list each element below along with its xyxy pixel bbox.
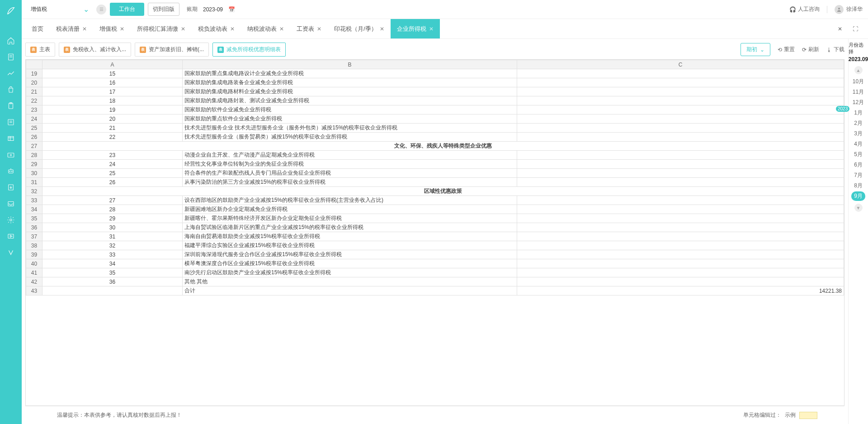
row-header[interactable]: 38 [26,241,42,250]
row-header[interactable]: 36 [26,223,42,232]
row-header[interactable]: 28 [26,151,42,160]
cell[interactable]: 符合条件的生产和装配伤残人员专门用品企业免征企业所得税 [183,169,517,178]
cell[interactable]: 22 [42,133,183,142]
row-header[interactable]: 34 [26,205,42,214]
tab-增值税[interactable]: 增值税✕ [93,19,131,38]
tab-close-icon[interactable]: ✕ [380,26,384,32]
row-header[interactable]: 37 [26,232,42,241]
row-header[interactable]: 30 [26,169,42,178]
month-item[interactable]: 12月 [850,98,867,107]
tab-纳税波动表[interactable]: 纳税波动表✕ [241,19,290,38]
cell[interactable] [517,268,844,277]
cell[interactable]: 国家鼓励的重点集成电路设计企业减免企业所得税 [183,69,517,78]
nav-bag-icon[interactable] [0,81,22,98]
cell[interactable]: 35 [42,268,183,277]
month-up-button[interactable]: ▲ [854,66,863,74]
consult-link[interactable]: 🎧 人工咨询 [789,5,820,13]
nav-export-icon[interactable] [0,179,22,195]
cell[interactable] [517,241,844,250]
calendar-icon[interactable]: 📅 [228,6,235,13]
tab-close-icon[interactable]: ✕ [120,26,124,32]
cell[interactable]: 24 [42,160,183,169]
cell[interactable]: 横琴粤澳深度合作区企业减按15%税率征收企业所得税 [183,259,517,268]
row-header[interactable]: 25 [26,124,42,133]
cell[interactable]: 设在西部地区的鼓励类产业企业减按15%的税率征收企业所得税(主营业务收入占比) [183,196,517,205]
nav-robot-icon[interactable] [0,163,22,179]
cell[interactable]: 36 [42,277,183,286]
tabs-expand[interactable]: ⛶ [849,23,862,35]
cell[interactable]: 动漫企业自主开发、生产动漫产品定期减免企业所得税 [183,151,517,160]
row-header[interactable]: 40 [26,259,42,268]
col-header-b[interactable]: B [183,60,517,69]
row-header[interactable]: 43 [26,286,42,295]
month-item[interactable]: 2月 [851,119,865,128]
month-item[interactable]: 8月 [851,181,865,191]
cell[interactable]: 国家鼓励的重点软件企业减免企业所得税 [183,114,517,124]
cell[interactable] [517,96,844,105]
cell[interactable]: 33 [42,250,183,259]
cell[interactable]: 26 [42,178,183,187]
row-header[interactable]: 42 [26,277,42,286]
tab-税表清册[interactable]: 税表清册✕ [50,19,93,38]
tab-所得税汇算清缴[interactable]: 所得税汇算清缴✕ [131,19,192,38]
row-header[interactable]: 19 [26,69,42,78]
cell[interactable]: 31 [42,232,183,241]
switch-old-button[interactable]: 切到旧版 [148,3,179,16]
tab-工资表[interactable]: 工资表✕ [290,19,328,38]
cell[interactable]: 国家鼓励的集成电路材料企业减免企业所得税 [183,87,517,96]
cell[interactable]: 国家鼓励的集成电路装备企业减免企业所得税 [183,78,517,87]
cell[interactable]: 23 [42,151,183,160]
month-item[interactable]: 10月 [850,77,867,86]
section-cell[interactable]: 文化、环保、残疾人等特殊类型企业优惠 [42,142,844,151]
cell[interactable]: 16 [42,78,183,87]
cell[interactable] [517,69,844,78]
tab-close-icon[interactable]: ✕ [317,26,321,32]
month-item[interactable]: 7月 [851,171,865,180]
tab-close-icon[interactable]: ✕ [230,26,235,32]
subtab[interactable]: 表减免所得税优惠明细表 [212,43,286,57]
section-cell[interactable]: 区域性优惠政策 [42,187,844,196]
cell[interactable]: 32 [42,241,183,250]
cell[interactable]: 技术先进型服务企业（服务贸易类）减按15%的税率征收企业所得税 [183,133,517,142]
tab-close-icon[interactable]: ✕ [82,26,87,32]
month-item[interactable]: 9月 [851,191,865,201]
tab-close-icon[interactable]: ✕ [181,26,185,32]
cell[interactable] [517,205,844,214]
cell[interactable]: 经营性文化事业单位转制为企业的免征企业所得税 [183,160,517,169]
cell[interactable] [517,250,844,259]
refresh-button[interactable]: ⟳刷新 [802,46,819,53]
month-item[interactable]: 5月 [851,150,865,159]
cell[interactable] [517,87,844,96]
cell[interactable] [517,277,844,286]
cell[interactable]: 福建平潭综合实验区企业减按15%税率征收企业所得税 [183,241,517,250]
cell[interactable] [517,223,844,232]
cell[interactable]: 其他 其他 [183,277,517,286]
cell[interactable]: 17 [42,87,183,96]
cell[interactable]: 从事污染防治的第三方企业减按15%的税率征收企业所得税 [183,178,517,187]
tax-type-dropdown[interactable]: 增值税 ⌄ [27,3,93,15]
cell[interactable]: 29 [42,214,183,223]
subtab[interactable]: 表资产加速折旧、摊销(... [135,43,209,57]
download-button[interactable]: ⭳下载 [826,46,844,53]
cell[interactable] [517,169,844,178]
month-down-button[interactable]: ▼ [854,204,863,212]
sheet-scroll[interactable]: A B C 1915国家鼓励的重点集成电路设计企业减免企业所得税2016国家鼓励… [26,60,844,405]
subtab[interactable]: 表主表 [25,43,55,57]
workbench-button[interactable]: 工作台 [110,3,144,16]
tab-close-icon[interactable]: ✕ [429,26,434,32]
cell[interactable]: 21 [42,124,183,133]
reset-button[interactable]: ⟲重置 [778,46,795,53]
col-header-a[interactable]: A [42,60,183,69]
row-header[interactable]: 29 [26,160,42,169]
row-header[interactable]: 41 [26,268,42,277]
tab-企业所得税[interactable]: 企业所得税✕ [391,19,440,38]
row-header[interactable]: 22 [26,96,42,105]
cell[interactable]: 27 [42,196,183,205]
row-header[interactable]: 26 [26,133,42,142]
cell[interactable] [42,286,183,295]
cell[interactable]: 新疆困难地区新办企业定期减免企业所得税 [183,205,517,214]
row-header[interactable]: 20 [26,78,42,87]
tab-税负波动表[interactable]: 税负波动表✕ [192,19,241,38]
nav-inbox-icon[interactable] [0,195,22,212]
row-header[interactable]: 27 [26,142,42,151]
